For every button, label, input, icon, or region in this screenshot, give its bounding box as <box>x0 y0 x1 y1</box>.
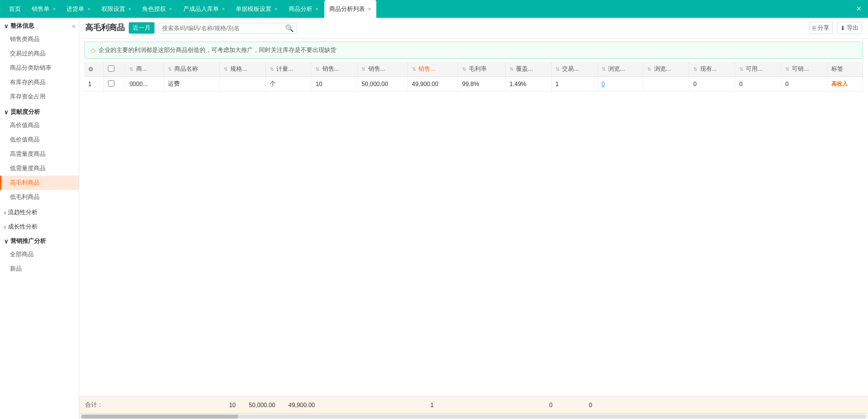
col-coverage[interactable]: ⇅ 覆盖... <box>506 62 552 77</box>
sort-icon-7: ⇅ <box>412 66 416 72</box>
cell-transaction: 1 <box>551 77 597 92</box>
sidebar-group-trend[interactable]: › 流趋性分析 <box>0 204 79 219</box>
sidebar-group-overall[interactable]: ∨ 整体信息 <box>0 18 79 32</box>
close-tab-template[interactable]: × <box>274 6 277 12</box>
share-button[interactable]: ⎘ 分享 <box>809 22 833 34</box>
row-checkbox[interactable] <box>108 80 114 87</box>
col-available[interactable]: ⇅ 可用... <box>735 62 781 77</box>
close-tab-sales[interactable]: × <box>52 6 55 12</box>
sort-icon-15: ⇅ <box>785 66 789 72</box>
close-tab-permissions[interactable]: × <box>128 6 131 12</box>
export-button[interactable]: ⬇ 导出 <box>837 22 862 34</box>
col-sales-profit[interactable]: ⇅ 销售... <box>408 62 458 77</box>
settings-icon[interactable]: ⚙ <box>88 66 94 73</box>
col-checkbox[interactable] <box>104 62 125 77</box>
cell-code: 0000... <box>125 77 163 92</box>
cell-gross-margin: 99.8% <box>458 77 506 92</box>
sidebar-group-growth[interactable]: › 成长性分析 <box>0 219 79 233</box>
info-banner: ◇ 企业的主要的利润都是这部分商品创造的，可考虑加大推广，同时关注库存是不要出现… <box>84 42 863 59</box>
cell-browse2 <box>643 77 689 92</box>
col-settings[interactable]: ⚙ <box>84 62 104 77</box>
col-spec[interactable]: ⇅ 规格... <box>219 62 265 77</box>
sidebar-group-marketing[interactable]: ∨ 营销推广分析 <box>0 233 79 247</box>
time-filter-button[interactable]: 近一月 <box>129 22 154 34</box>
col-transaction[interactable]: ⇅ 交易... <box>551 62 597 77</box>
cell-available: 0 <box>735 77 781 92</box>
sidebar-item-in-stock-goods[interactable]: 有库存的商品 <box>0 75 79 90</box>
sidebar-group-contribution[interactable]: ∨ 贡献度分析 <box>0 104 79 118</box>
nav-tab-purchase[interactable]: 进货单 × <box>61 0 95 18</box>
sidebar-item-all-goods[interactable]: 全部商品 <box>0 247 79 262</box>
sidebar-collapse-btn[interactable]: « <box>72 22 76 30</box>
search-input[interactable] <box>162 25 285 32</box>
select-all-checkbox[interactable] <box>108 65 114 72</box>
sidebar-item-traded-goods[interactable]: 交易过的商品 <box>0 47 79 61</box>
nav-tab-home[interactable]: 首页 <box>4 0 26 18</box>
sidebar-item-high-demand[interactable]: 高需量度商品 <box>0 147 79 161</box>
search-icon[interactable]: 🔍 <box>285 24 294 32</box>
footer-current-stock: 0 <box>517 401 557 410</box>
sidebar-item-low-demand[interactable]: 低需量度商品 <box>0 161 79 176</box>
close-tab-production[interactable]: × <box>222 6 225 12</box>
sort-icon-8: ⇅ <box>462 66 466 72</box>
nav-tab-permissions[interactable]: 权限设置 × <box>97 0 136 18</box>
sidebar-item-low-margin[interactable]: 低毛利商品 <box>0 190 79 204</box>
cell-index: 1 <box>84 77 104 92</box>
sort-icon: ⇅ <box>129 66 133 72</box>
cell-sales-amount: 50,000.00 <box>357 77 408 92</box>
close-tab-purchase[interactable]: × <box>87 6 90 12</box>
footer-label: 合计： <box>85 401 115 409</box>
sidebar-item-new-goods[interactable]: 新品 <box>0 262 79 276</box>
sidebar-item-high-value[interactable]: 高价值商品 <box>0 118 79 133</box>
sidebar-item-sales-goods[interactable]: 销售类商品 <box>0 32 79 47</box>
footer-available: 0 <box>557 401 596 410</box>
cell-tag: 高收入 <box>827 77 863 92</box>
bottom-scrollbar[interactable] <box>79 413 868 419</box>
col-current-stock[interactable]: ⇅ 现有... <box>689 62 735 77</box>
sidebar-item-inventory-funds[interactable]: 库存资金占用 <box>0 90 79 104</box>
col-gross-margin[interactable]: ⇅ 毛利率 <box>458 62 506 77</box>
cell-current-stock: 0 <box>689 77 735 92</box>
nav-tab-goods-analysis[interactable]: 商品分析 × <box>284 0 323 18</box>
nav-tab-sales[interactable]: 销售单 × <box>27 0 60 18</box>
cell-spec <box>219 77 265 92</box>
cell-saleable: 0 <box>781 77 827 92</box>
col-code[interactable]: ⇅ 商... <box>125 62 163 77</box>
sort-icon-9: ⇅ <box>510 66 513 72</box>
col-sales-amount[interactable]: ⇅ 销售... <box>357 62 408 77</box>
close-tab-goods-analysis[interactable]: × <box>315 6 318 12</box>
footer-spacer <box>121 401 200 410</box>
window-close-btn[interactable]: × <box>854 4 864 13</box>
cell-checkbox[interactable] <box>104 77 125 92</box>
col-name[interactable]: ⇅ 商品名称 <box>163 62 219 77</box>
cell-sales-qty: 10 <box>311 77 357 92</box>
nav-tab-production[interactable]: 产成品入库单 × <box>178 0 230 18</box>
cell-browse1[interactable]: 0 <box>597 77 643 92</box>
content-header: 高毛利商品 近一月 🔍 ⎘ 分享 ⬇ 导出 <box>79 18 868 39</box>
nav-tab-goods-analysis-list[interactable]: 商品分析列表 × <box>324 0 376 18</box>
col-sales-qty[interactable]: ⇅ 销售... <box>311 62 357 77</box>
chevron-down-icon-2: ∨ <box>4 109 8 116</box>
top-nav: 首页 销售单 × 进货单 × 权限设置 × 角色授权 × 产成品入库单 × 单据… <box>0 0 868 18</box>
sort-icon-5: ⇅ <box>315 66 319 72</box>
col-tag[interactable]: 标签 <box>827 62 863 77</box>
sort-icon-13: ⇅ <box>693 66 697 72</box>
col-unit[interactable]: ⇅ 计量... <box>265 62 311 77</box>
sidebar-item-high-margin[interactable]: 高毛利商品 <box>0 176 79 190</box>
page-title: 高毛利商品 <box>85 23 125 33</box>
nav-tab-roles[interactable]: 角色授权 × <box>137 0 177 18</box>
cell-coverage: 1.49% <box>506 77 552 92</box>
sort-icon-2: ⇅ <box>168 66 172 72</box>
sidebar-item-low-value[interactable]: 低价值商品 <box>0 133 79 147</box>
sidebar-item-category-rate[interactable]: 商品分类助销率 <box>0 61 79 75</box>
close-tab-roles[interactable]: × <box>169 6 172 12</box>
scrollbar-track[interactable] <box>81 415 866 419</box>
close-tab-goods-analysis-list[interactable]: × <box>368 6 371 12</box>
col-saleable[interactable]: ⇅ 可销... <box>781 62 827 77</box>
nav-tab-template[interactable]: 单据模板设置 × <box>231 0 282 18</box>
col-browse1[interactable]: ⇅ 浏览... <box>597 62 643 77</box>
info-icon: ◇ <box>91 47 96 54</box>
scrollbar-thumb[interactable] <box>81 415 238 419</box>
col-browse2[interactable]: ⇅ 浏览... <box>643 62 689 77</box>
sort-icon-14: ⇅ <box>739 66 743 72</box>
